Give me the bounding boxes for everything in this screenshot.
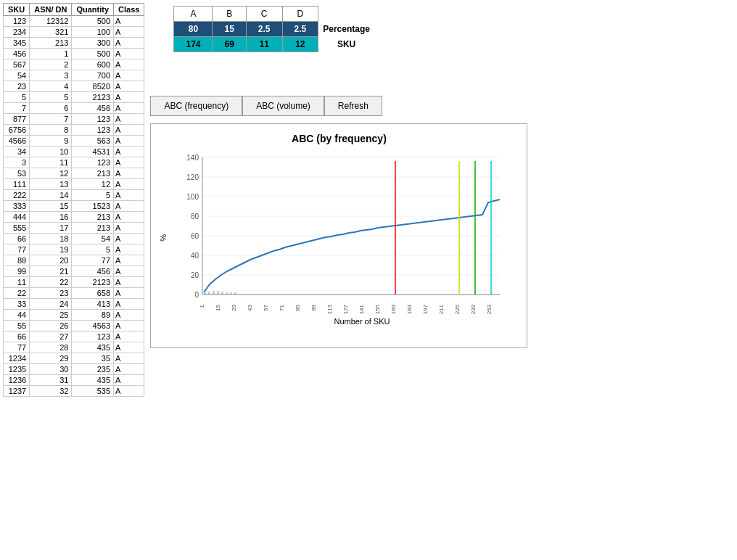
cell-asn: 321 xyxy=(30,27,72,38)
table-row: 222 14 5 A xyxy=(4,190,144,201)
table-row: 234 321 100 A xyxy=(4,27,144,38)
x-axis-label: Number of SKU xyxy=(202,317,521,326)
cell-asn: 23 xyxy=(30,288,72,299)
cell-qty: 4531 xyxy=(72,147,114,157)
svg-text:127: 127 xyxy=(342,304,349,314)
cell-sku: 6756 xyxy=(4,125,30,136)
table-row: 567 2 600 A xyxy=(4,59,144,70)
cell-sku: 345 xyxy=(4,38,30,49)
cell-sku: 34 xyxy=(4,147,30,157)
left-table-container: SKU ASN/ DN Quantity Class 123 12312 500… xyxy=(3,3,144,397)
sku-a: 174 xyxy=(174,37,213,52)
cell-class: A xyxy=(114,266,144,277)
data-table: SKU ASN/ DN Quantity Class 123 12312 500… xyxy=(3,3,144,397)
refresh-button[interactable]: Refresh xyxy=(324,96,382,116)
cell-sku: 66 xyxy=(4,234,30,244)
table-row: 555 17 213 A xyxy=(4,223,144,234)
class-summary: A B C D 80 15 xyxy=(150,6,734,52)
table-row: 4566 9 563 A xyxy=(4,136,144,147)
table-row: 55 26 4563 A xyxy=(4,321,144,332)
cell-sku: 44 xyxy=(4,310,30,321)
table-row: 1234 29 35 A xyxy=(4,353,144,364)
cell-class: A xyxy=(114,244,144,255)
cell-asn: 18 xyxy=(30,234,72,244)
table-row: 6756 8 123 A xyxy=(4,125,144,136)
table-row: 1236 31 435 A xyxy=(4,375,144,386)
abc-frequency-button[interactable]: ABC (frequency) xyxy=(150,96,242,116)
svg-text:57: 57 xyxy=(263,304,269,310)
svg-text:239: 239 xyxy=(470,304,477,314)
cell-sku: 111 xyxy=(4,179,30,190)
cell-sku: 4566 xyxy=(4,136,30,147)
cell-class: A xyxy=(114,321,144,332)
svg-text:100: 100 xyxy=(187,193,199,201)
cell-qty: 5 xyxy=(72,190,114,201)
cell-class: A xyxy=(114,27,144,38)
cell-class: A xyxy=(114,136,144,147)
chart-svg: 0 20 40 60 80 100 120 140 1 15 29 43 57 xyxy=(170,150,511,317)
table-row: 3 11 123 A xyxy=(4,157,144,168)
cell-sku: 22 xyxy=(4,288,30,299)
cell-qty: 5 xyxy=(72,244,114,255)
cell-qty: 658 xyxy=(72,288,114,299)
table-row: 66 27 123 A xyxy=(4,332,144,342)
cell-asn: 30 xyxy=(30,364,72,375)
cell-asn: 14 xyxy=(30,190,72,201)
table-row: 456 1 500 A xyxy=(4,49,144,59)
cell-sku: 11 xyxy=(4,277,30,288)
cell-class: A xyxy=(114,332,144,342)
cell-asn: 19 xyxy=(30,244,72,255)
cell-qty: 35 xyxy=(72,353,114,364)
class-table: A B C D 80 15 xyxy=(150,6,381,52)
cell-class: A xyxy=(114,168,144,179)
cell-class: A xyxy=(114,179,144,190)
svg-text:141: 141 xyxy=(358,304,365,314)
cell-asn: 7 xyxy=(30,114,72,125)
cell-class: A xyxy=(114,288,144,299)
abc-volume-button[interactable]: ABC (volume) xyxy=(242,96,324,116)
cell-sku: 1237 xyxy=(4,386,30,397)
sku-d: 12 xyxy=(282,37,318,52)
cell-class: A xyxy=(114,277,144,288)
cell-asn: 25 xyxy=(30,310,72,321)
svg-text:211: 211 xyxy=(438,304,445,314)
cell-class: A xyxy=(114,70,144,81)
cell-class: A xyxy=(114,114,144,125)
cell-qty: 600 xyxy=(72,59,114,70)
cell-class: A xyxy=(114,234,144,244)
svg-rect-42 xyxy=(208,292,210,295)
cell-sku: 555 xyxy=(4,223,30,234)
svg-text:40: 40 xyxy=(191,252,199,260)
cell-class: A xyxy=(114,353,144,364)
cell-sku: 77 xyxy=(4,244,30,255)
cell-asn: 24 xyxy=(30,299,72,310)
table-row: 1235 30 235 A xyxy=(4,364,144,375)
cell-qty: 435 xyxy=(72,342,114,353)
cell-asn: 11 xyxy=(30,157,72,168)
cell-qty: 456 xyxy=(72,103,114,114)
cell-sku: 66 xyxy=(4,332,30,342)
cell-sku: 877 xyxy=(4,114,30,125)
cell-class: A xyxy=(114,255,144,266)
table-row: 53 12 213 A xyxy=(4,168,144,179)
cell-class: A xyxy=(114,223,144,234)
button-row: ABC (frequency) ABC (volume) Refresh xyxy=(150,96,734,116)
class-col-c: C xyxy=(246,7,282,22)
cell-sku: 1236 xyxy=(4,375,30,386)
pct-d: 2.5 xyxy=(282,22,318,37)
cell-class: A xyxy=(114,212,144,223)
cell-qty: 2123 xyxy=(72,92,114,103)
cell-asn: 21 xyxy=(30,266,72,277)
table-row: 1237 32 535 A xyxy=(4,386,144,397)
table-row: 44 25 89 A xyxy=(4,310,144,321)
cell-asn: 16 xyxy=(30,212,72,223)
table-row: 33 24 413 A xyxy=(4,299,144,310)
cell-sku: 234 xyxy=(4,27,30,38)
table-row: 77 28 435 A xyxy=(4,342,144,353)
header-class: Class xyxy=(114,4,144,16)
cell-sku: 3 xyxy=(4,157,30,168)
cell-sku: 55 xyxy=(4,321,30,332)
svg-rect-46 xyxy=(226,292,228,295)
svg-rect-47 xyxy=(230,292,232,295)
cell-sku: 53 xyxy=(4,168,30,179)
